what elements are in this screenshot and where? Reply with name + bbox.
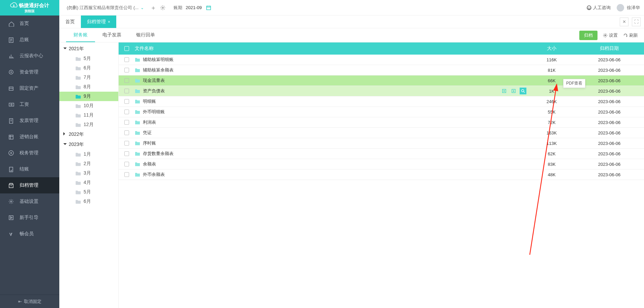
period-value[interactable]: 2021-09 <box>186 5 202 10</box>
row-checkbox[interactable] <box>124 99 129 104</box>
row-checkbox[interactable] <box>124 151 129 156</box>
row-checkbox[interactable] <box>124 172 129 177</box>
tree-month[interactable]: 8月 <box>59 82 118 92</box>
close-tab-button[interactable]: ✕ <box>620 18 628 26</box>
table-row[interactable]: 辅助核算明细账116K2023-06-06 <box>119 55 644 65</box>
sidebar-item-4[interactable]: 固定资产 <box>0 80 59 96</box>
sidebar-item-2[interactable]: 云报表中心 <box>0 48 59 64</box>
tree-month[interactable]: 11月 <box>59 111 118 120</box>
table-header: 文件名称 大小 归档日期 <box>119 42 644 55</box>
company-selector[interactable]: (勿删) 江西服宝精品有限责任公司 (... <box>67 5 139 11</box>
tree-month[interactable]: 3月 <box>59 168 118 178</box>
sidebar-item-13[interactable]: 畅会员 <box>0 226 59 242</box>
nav-label: 税务管理 <box>20 150 38 156</box>
table-row[interactable]: 辅助核算余额表81K2023-06-06 <box>119 65 644 75</box>
window-tab-1[interactable]: 归档管理× <box>81 16 116 28</box>
vip-icon <box>8 231 15 237</box>
refresh-button[interactable]: 刷新 <box>623 32 638 38</box>
sidebar-item-8[interactable]: 税务管理 <box>0 145 59 161</box>
table-row[interactable]: 余额表83K2023-06-06 <box>119 159 644 170</box>
support-link[interactable]: 人工咨询 <box>586 5 611 11</box>
tree-month[interactable]: 2月 <box>59 159 118 168</box>
period-label: 账期 <box>174 5 182 11</box>
tree-month[interactable]: 12月 <box>59 120 118 129</box>
file-size: 48K <box>529 172 575 177</box>
pdf-view-icon[interactable] <box>519 87 527 95</box>
tree-month[interactable]: 10月 <box>59 101 118 111</box>
calendar-icon[interactable] <box>204 5 213 10</box>
pdf-download-icon[interactable] <box>510 87 517 95</box>
ledger-icon <box>8 37 15 43</box>
sidebar-item-3[interactable]: 资金管理 <box>0 64 59 80</box>
sidebar-item-10[interactable]: 归档管理 <box>0 177 59 193</box>
tree-year-1[interactable]: 2022年 <box>59 129 118 140</box>
folder-icon <box>75 181 81 185</box>
select-all-checkbox[interactable] <box>124 46 129 51</box>
table-row[interactable]: 外币余额表48K2023-06-06 <box>119 170 644 180</box>
table-row[interactable]: 凭证163K2023-06-06 <box>119 128 644 138</box>
gear-icon[interactable] <box>158 5 167 10</box>
add-icon[interactable]: ＋ <box>149 4 158 12</box>
table-row[interactable]: 序时账113K2023-06-06 <box>119 138 644 149</box>
table-row[interactable]: 外币明细账55K2023-06-06 <box>119 107 644 117</box>
tree-month[interactable]: 5月 <box>59 54 118 63</box>
user-menu[interactable]: 徐泽华 <box>617 4 640 11</box>
file-size: 246K <box>529 99 575 104</box>
row-checkbox[interactable] <box>124 130 129 135</box>
fullscreen-button[interactable]: ⛶ <box>632 18 641 26</box>
folder-icon <box>75 152 81 157</box>
tree-month[interactable]: 6月 <box>59 63 118 73</box>
excel-download-icon[interactable] <box>500 87 508 95</box>
nav-label: 结账 <box>20 166 29 172</box>
row-checkbox[interactable] <box>124 89 129 93</box>
table-row[interactable]: 利润表72K2023-06-06 <box>119 117 644 128</box>
file-size: 116K <box>529 57 575 62</box>
sidebar-item-1[interactable]: 总账 <box>0 32 59 48</box>
sidebar-item-11[interactable]: 基础设置 <box>0 193 59 210</box>
row-checkbox[interactable] <box>124 57 129 62</box>
tree-month[interactable]: 7月 <box>59 73 118 82</box>
sidebar-item-6[interactable]: 发票管理 <box>0 113 59 129</box>
tree-year-0[interactable]: 2021年 <box>59 44 118 54</box>
file-size: 113K <box>529 141 575 146</box>
archive-button[interactable]: 归档 <box>579 31 597 40</box>
sidebar-item-0[interactable]: 首页 <box>0 16 59 32</box>
folder-icon <box>75 113 81 118</box>
tree-year-2[interactable]: 2023年 <box>59 140 118 150</box>
sidebar-item-7[interactable]: 进销台账 <box>0 129 59 145</box>
folder-icon <box>135 68 140 72</box>
close-icon[interactable]: × <box>108 20 110 24</box>
row-checkbox[interactable] <box>124 162 129 166</box>
nav-label: 云报表中心 <box>20 53 43 59</box>
subtab-2[interactable]: 银行回单 <box>129 28 162 42</box>
folder-icon <box>75 85 81 89</box>
folder-icon <box>75 66 81 70</box>
subtab-1[interactable]: 电子发票 <box>95 28 129 42</box>
file-name: 序时账 <box>143 140 156 146</box>
sidebar-unpin[interactable]: ⇤取消固定 <box>0 295 59 308</box>
tree-month[interactable]: 5月 <box>59 187 118 197</box>
file-date: 2023-06-06 <box>575 68 644 73</box>
chevron-down-icon[interactable]: ⌄ <box>141 5 144 10</box>
row-checkbox[interactable] <box>124 110 129 114</box>
sidebar-item-12[interactable]: 新手引导 <box>0 210 59 226</box>
window-tab-0[interactable]: 首页 <box>59 16 81 28</box>
folder-icon <box>135 151 140 156</box>
row-checkbox[interactable] <box>124 141 129 146</box>
tree-month[interactable]: 9月 <box>59 92 118 101</box>
settings-button[interactable]: 设置 <box>603 32 618 38</box>
row-checkbox[interactable] <box>124 120 129 125</box>
folder-icon <box>135 141 140 146</box>
salary-icon <box>8 101 15 107</box>
subtab-0[interactable]: 财务账 <box>66 28 95 42</box>
row-checkbox[interactable] <box>124 78 129 83</box>
sidebar-item-5[interactable]: 工资 <box>0 96 59 113</box>
file-name: 凭证 <box>143 130 152 136</box>
row-checkbox[interactable] <box>124 68 129 72</box>
sidebar-item-9[interactable]: 结账 <box>0 161 59 177</box>
table-row[interactable]: 存货数量余额表62K2023-06-06 <box>119 149 644 159</box>
tree-month[interactable]: 6月 <box>59 197 118 206</box>
tree-month[interactable]: 1月 <box>59 150 118 159</box>
table-row[interactable]: 明细账246K2023-06-06 <box>119 96 644 107</box>
tree-month[interactable]: 4月 <box>59 178 118 187</box>
